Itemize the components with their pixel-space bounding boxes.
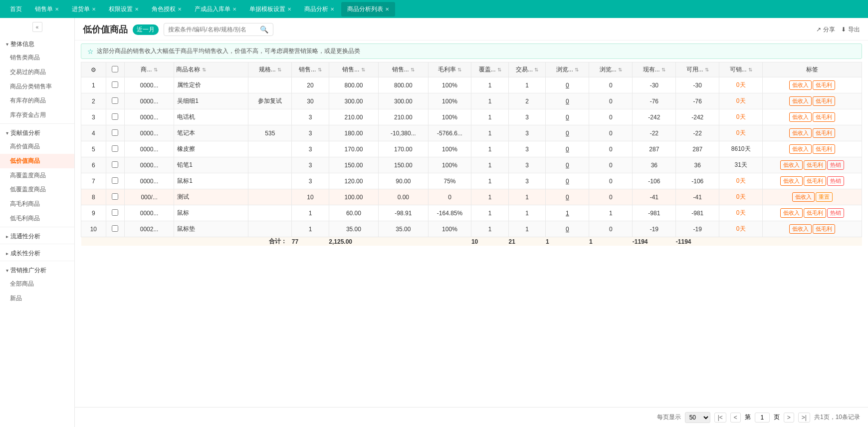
last-page-button[interactable]: >| [798, 413, 810, 423]
sidebar-group-contribution[interactable]: ▾ 贡献值分析 [0, 125, 74, 139]
row-checkbox[interactable] [112, 177, 118, 184]
th-profit-rate[interactable]: 毛利率 ⇅ [428, 62, 471, 77]
view-link[interactable]: 0 [566, 114, 569, 121]
th-view2[interactable]: 浏览... ⇅ [589, 62, 633, 77]
nav-products-in[interactable]: 产成品入库单 ✕ [189, 2, 242, 16]
sidebar-group-circulation[interactable]: ▸ 流通性分析 [0, 228, 74, 243]
row-view1[interactable]: 0 [546, 109, 589, 125]
sidebar-item-high-value[interactable]: 高价值商品 [0, 139, 74, 154]
next-page-button[interactable]: > [784, 413, 794, 423]
sort-icon[interactable]: ⇅ [411, 67, 415, 72]
row-view1[interactable]: 0 [546, 189, 589, 205]
nav-close-icon[interactable]: ✕ [330, 6, 334, 12]
th-cover[interactable]: 覆盖... ⇅ [471, 62, 509, 77]
row-checkbox-cell[interactable] [106, 93, 124, 109]
th-settings[interactable]: ⚙ [81, 62, 106, 77]
share-button[interactable]: ↗ 分享 [816, 25, 835, 34]
th-avail[interactable]: 可用... ⇅ [676, 62, 719, 77]
sort-icon[interactable]: ⇅ [497, 67, 501, 72]
th-sale-amt[interactable]: 销售... ⇅ [329, 62, 378, 77]
sort-icon[interactable]: ⇅ [661, 67, 665, 72]
row-checkbox[interactable] [112, 81, 118, 88]
row-view1[interactable]: 0 [546, 221, 589, 237]
nav-home[interactable]: 首页 [4, 2, 28, 16]
row-checkbox-cell[interactable] [106, 125, 124, 141]
row-checkbox-cell[interactable] [106, 77, 124, 93]
view-link[interactable]: 0 [566, 178, 569, 185]
row-view1[interactable]: 1 [546, 205, 589, 221]
view-link[interactable]: 0 [566, 194, 569, 201]
sidebar-item-sales-goods[interactable]: 销售类商品 [0, 50, 74, 65]
row-view1[interactable]: 0 [546, 157, 589, 173]
row-checkbox-cell[interactable] [106, 141, 124, 157]
row-checkbox-cell[interactable] [106, 205, 124, 221]
nav-goods-analysis-list[interactable]: 商品分析列表 ✕ [341, 2, 395, 16]
export-button[interactable]: ⬇ 导出 [841, 25, 860, 34]
sidebar-group-marketing[interactable]: ▾ 营销推广分析 [0, 262, 74, 277]
nav-close-icon[interactable]: ✕ [287, 6, 291, 12]
search-input[interactable] [168, 26, 258, 33]
th-sale-cost[interactable]: 销售... ⇅ [379, 62, 428, 77]
nav-close-icon[interactable]: ✕ [92, 6, 96, 12]
view-link[interactable]: 0 [566, 130, 569, 137]
search-box[interactable]: 🔍 [164, 23, 273, 36]
view-link[interactable]: 0 [566, 226, 569, 233]
sidebar-item-high-coverage[interactable]: 高覆盖度商品 [0, 168, 74, 183]
sidebar-group-growth[interactable]: ▸ 成长性分析 [0, 245, 74, 260]
sidebar-group-overall[interactable]: ▾ 整体信息 [0, 36, 74, 50]
recent-badge[interactable]: 近一月 [133, 24, 159, 35]
row-checkbox[interactable] [112, 113, 118, 120]
sort-icon[interactable]: ⇅ [277, 67, 281, 72]
sidebar-item-traded-goods[interactable]: 交易过的商品 [0, 65, 74, 79]
sort-icon[interactable]: ⇅ [748, 67, 752, 72]
th-spec[interactable]: 规格... ⇅ [248, 62, 292, 77]
th-checkbox[interactable] [106, 62, 124, 77]
sort-icon[interactable]: ⇅ [534, 67, 538, 72]
nav-template[interactable]: 单据模板设置 ✕ [243, 2, 297, 16]
row-view1[interactable]: 0 [546, 141, 589, 157]
nav-close-icon[interactable]: ✕ [135, 6, 139, 12]
collapse-button[interactable]: « [32, 22, 42, 32]
row-checkbox-cell[interactable] [106, 221, 124, 237]
row-checkbox-cell[interactable] [106, 173, 124, 189]
row-checkbox[interactable] [112, 161, 118, 168]
page-size-select[interactable]: 50 100 200 [685, 412, 710, 423]
row-checkbox-cell[interactable] [106, 189, 124, 205]
row-checkbox[interactable] [112, 209, 118, 216]
view-link[interactable]: 0 [566, 98, 569, 105]
sort-icon[interactable]: ⇅ [361, 67, 365, 72]
sidebar-item-low-coverage[interactable]: 低覆盖度商品 [0, 182, 74, 197]
nav-roles[interactable]: 角色授权 ✕ [146, 2, 188, 16]
row-view1[interactable]: 0 [546, 77, 589, 93]
th-stock[interactable]: 现有... ⇅ [633, 62, 676, 77]
sidebar-item-stock-capital[interactable]: 库存资金占用 [0, 108, 74, 122]
first-page-button[interactable]: |< [714, 413, 726, 423]
nav-close-icon[interactable]: ✕ [178, 6, 182, 12]
sort-icon[interactable]: ⇅ [575, 67, 579, 72]
select-all-checkbox[interactable] [112, 66, 118, 72]
sort-icon[interactable]: ⇅ [457, 67, 461, 72]
row-checkbox[interactable] [112, 145, 118, 152]
sidebar-item-low-profit[interactable]: 低毛利商品 [0, 211, 74, 226]
th-sale-qty[interactable]: 销售... ⇅ [292, 62, 329, 77]
row-checkbox[interactable] [112, 225, 118, 232]
th-tag[interactable]: 标签 [763, 62, 862, 77]
view-link[interactable]: 0 [566, 82, 569, 89]
sort-icon[interactable]: ⇅ [154, 67, 158, 72]
row-checkbox[interactable] [112, 97, 118, 104]
th-trade[interactable]: 交易... ⇅ [508, 62, 546, 77]
sort-icon[interactable]: ⇅ [705, 67, 709, 72]
row-checkbox-cell[interactable] [106, 109, 124, 125]
row-view1[interactable]: 0 [546, 93, 589, 109]
sort-icon[interactable]: ⇅ [202, 67, 206, 72]
sidebar-item-all-goods[interactable]: 全部商品 [0, 277, 74, 291]
th-view1[interactable]: 浏览... ⇅ [546, 62, 589, 77]
sidebar-item-high-profit[interactable]: 高毛利商品 [0, 197, 74, 211]
sidebar-item-new-goods[interactable]: 新品 [0, 291, 74, 306]
sort-icon[interactable]: ⇅ [318, 67, 322, 72]
view-link[interactable]: 1 [566, 210, 569, 217]
view-link[interactable]: 0 [566, 146, 569, 153]
row-view1[interactable]: 0 [546, 125, 589, 141]
sidebar-item-stock-goods[interactable]: 有库存的商品 [0, 93, 74, 108]
prev-page-button[interactable]: < [730, 413, 741, 423]
